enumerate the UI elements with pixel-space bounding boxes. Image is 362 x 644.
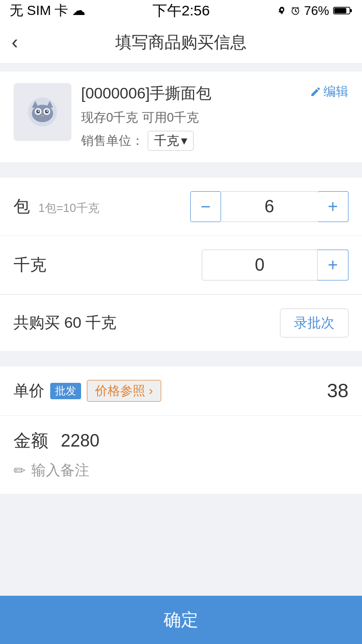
pack-plus-button[interactable]: + <box>318 191 348 222</box>
remark-placeholder: 输入备注 <box>31 461 89 480</box>
product-thumbnail <box>14 83 71 141</box>
price-value: 38 <box>327 380 349 402</box>
kg-label: 千克 <box>14 254 202 276</box>
pencil-icon: ✏ <box>14 462 26 479</box>
pack-quantity-input[interactable] <box>221 191 318 222</box>
pack-row: 包 1包=10千克 − + <box>0 178 362 236</box>
product-name: [0000006]手撕面包 <box>81 83 211 104</box>
price-ref-button[interactable]: 价格参照 › <box>87 380 161 402</box>
sim-text: 无 SIM 卡 ☁ <box>10 1 85 20</box>
product-logo <box>26 95 59 129</box>
alarm-icon <box>291 6 300 15</box>
pack-label: 包 1包=10千克 <box>14 196 190 218</box>
back-button[interactable]: ‹ <box>12 31 18 53</box>
price-section: 单价 批发 价格参照 › 38 <box>0 366 362 415</box>
location-icon <box>277 6 287 15</box>
summary-row: 共购买 60 千克 录批次 <box>0 294 362 351</box>
svg-rect-4 <box>334 8 347 14</box>
remark-row[interactable]: ✏ 输入备注 <box>14 461 348 480</box>
edit-label: 编辑 <box>323 83 348 100</box>
unit-select[interactable]: 千克 ▾ <box>148 131 194 151</box>
battery-text: 76% <box>304 3 329 18</box>
page-title: 填写商品购买信息 <box>115 31 247 54</box>
svg-point-14 <box>47 111 48 112</box>
amount-value: 2280 <box>61 431 99 450</box>
divider-2 <box>0 351 362 359</box>
confirm-button[interactable]: 确定 <box>0 596 362 644</box>
summary-text: 共购买 60 千克 <box>14 312 116 334</box>
dropdown-arrow: ▾ <box>181 133 187 148</box>
pack-quantity-control: − + <box>190 191 348 222</box>
kg-plus-button[interactable]: + <box>318 250 348 280</box>
price-row: 单价 批发 价格参照 › 38 <box>14 380 348 402</box>
divider-1 <box>0 162 362 170</box>
status-time: 下午2:56 <box>153 1 209 21</box>
status-bar: 无 SIM 卡 ☁ 下午2:56 76% <box>0 0 362 21</box>
batch-button[interactable]: 录批次 <box>280 308 348 337</box>
kg-row: 千克 + <box>0 236 362 294</box>
price-badge: 批发 <box>50 383 81 399</box>
product-stock: 现存0千克 可用0千克 <box>81 109 348 126</box>
svg-point-0 <box>280 9 283 11</box>
kg-quantity-input[interactable] <box>202 250 318 280</box>
product-info: [0000006]手撕面包 编辑 现存0千克 可用0千克 销售单位： 千克 ▾ <box>81 83 348 151</box>
price-label: 单价 批发 价格参照 › <box>14 380 161 402</box>
product-section: [0000006]手撕面包 编辑 现存0千克 可用0千克 销售单位： 千克 ▾ <box>0 71 362 162</box>
pack-minus-button[interactable]: − <box>190 191 221 222</box>
edit-button[interactable]: 编辑 <box>310 83 348 100</box>
battery-icon <box>333 6 352 15</box>
input-section: 包 1包=10千克 − + 千克 + <box>0 178 362 294</box>
status-left: 无 SIM 卡 ☁ <box>10 1 85 20</box>
pack-sub: 1包=10千克 <box>38 201 99 214</box>
amount-text: 金额 2280 <box>14 429 348 453</box>
status-right: 76% <box>277 3 352 18</box>
confirm-label: 确定 <box>164 608 198 632</box>
svg-point-8 <box>32 105 53 122</box>
edit-icon <box>310 86 321 98</box>
product-unit: 销售单位： 千克 ▾ <box>81 131 348 151</box>
svg-point-13 <box>38 111 40 112</box>
nav-bar: ‹ 填写商品购买信息 <box>0 21 362 64</box>
svg-rect-3 <box>350 9 352 12</box>
kg-quantity-control: + <box>202 250 348 280</box>
